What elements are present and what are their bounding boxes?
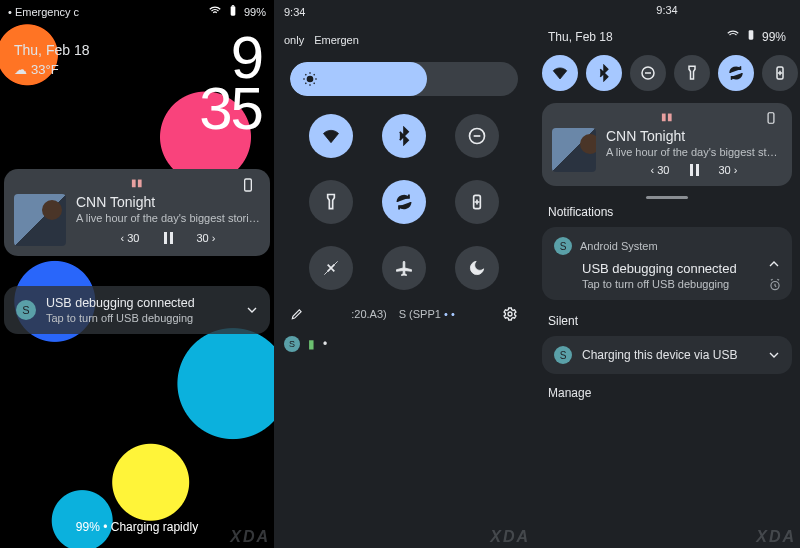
qs-footer: :20.A3) S (SPP1 • • <box>274 290 534 330</box>
build-b: S (SPP1 <box>399 308 441 320</box>
lock-weather: ☁ 33°F <box>14 62 90 77</box>
shade-date-row: Thu, Feb 18 99% <box>534 20 800 55</box>
svg-rect-10 <box>768 113 774 124</box>
media-title: CNN Tonight <box>606 128 782 144</box>
status-bar-compact: 9:34 <box>534 0 800 20</box>
qs-data[interactable] <box>309 246 353 290</box>
emergency-label: • Emergency c <box>8 6 79 18</box>
clock-small: 9:34 <box>656 4 677 16</box>
chevron-up-icon[interactable] <box>766 256 782 272</box>
edit-icon[interactable] <box>290 307 304 321</box>
media-subtitle: A live hour of the day's biggest stori… <box>606 146 782 158</box>
cast-target-icon[interactable] <box>764 111 778 125</box>
lockscreen-panel: • Emergency c 99% Thu, Feb 18 ☁ 33°F 9 3… <box>0 0 274 548</box>
media-title: CNN Tonight <box>76 194 260 210</box>
system-icon: S <box>554 237 572 255</box>
settings-icon[interactable] <box>502 306 518 322</box>
chevron-down-icon[interactable] <box>244 302 260 318</box>
qs-airplane[interactable] <box>382 246 426 290</box>
forward-button[interactable]: 30 › <box>197 232 216 244</box>
system-icon: S <box>16 300 36 320</box>
qs-rotate[interactable] <box>718 55 754 91</box>
carrier-trunc: only <box>284 34 304 46</box>
qs-flashlight[interactable] <box>674 55 710 91</box>
qs-row <box>534 55 800 103</box>
svg-point-6 <box>508 312 512 316</box>
usb-notification-expanded[interactable]: S Android System USB debugging connected… <box>542 227 792 300</box>
lock-clock: 9 35 <box>199 32 262 134</box>
watermark: XDA <box>230 528 270 546</box>
status-bar: • Emergency c 99% <box>0 0 274 24</box>
media-thumbnail <box>14 194 66 246</box>
rewind-button[interactable]: ‹ 30 <box>651 164 670 176</box>
system-icon: S <box>284 336 300 352</box>
battery-pct: 99% <box>762 30 786 44</box>
shade-compact-panel: 9:34 Thu, Feb 18 99% ▮▮ <box>534 0 800 548</box>
media-source-icon: ▮▮ <box>661 111 673 122</box>
quick-settings-expanded-panel: 9:34 only Emergen <box>274 0 534 548</box>
svg-rect-7 <box>749 30 754 39</box>
battery-icon <box>226 4 240 20</box>
qs-battery-saver[interactable] <box>762 55 798 91</box>
qs-bluetooth[interactable] <box>586 55 622 91</box>
media-source-icon: ▮▮ <box>131 177 143 188</box>
qs-wifi[interactable] <box>542 55 578 91</box>
dot: • <box>323 337 327 351</box>
qs-night[interactable] <box>455 246 499 290</box>
svg-rect-1 <box>232 5 234 6</box>
usb-notification[interactable]: S USB debugging connected Tap to turn of… <box>4 286 270 334</box>
brightness-icon <box>302 71 318 87</box>
lock-date: Thu, Feb 18 <box>14 42 90 58</box>
notifications-label: Notifications <box>534 199 800 227</box>
pause-button[interactable] <box>164 232 173 244</box>
media-card[interactable]: ▮▮ CNN Tonight A live hour of the day's … <box>4 169 270 256</box>
wifi-icon <box>726 28 740 45</box>
cloud-icon: ☁ <box>14 62 27 77</box>
watermark: XDA <box>756 528 796 546</box>
mini-status-bar: 9:34 <box>274 0 534 20</box>
qs-bluetooth[interactable] <box>382 114 426 158</box>
svg-rect-2 <box>245 179 252 191</box>
system-icon: S <box>554 346 572 364</box>
svg-point-3 <box>307 76 312 81</box>
media-thumbnail <box>552 128 596 172</box>
rewind-button[interactable]: ‹ 30 <box>121 232 140 244</box>
pause-button[interactable] <box>690 164 699 176</box>
qs-dnd[interactable] <box>630 55 666 91</box>
battery-mini-icon: ▮ <box>308 337 315 351</box>
chevron-down-icon[interactable] <box>766 347 782 363</box>
emergency-trunc: Emergen <box>314 34 359 46</box>
manage-button[interactable]: Manage <box>534 382 800 404</box>
build-a: :20.A3) <box>351 308 386 320</box>
qs-wifi[interactable] <box>309 114 353 158</box>
qs-battery-saver[interactable] <box>455 180 499 224</box>
battery-pct: 99% <box>244 6 266 18</box>
media-subtitle: A live hour of the day's biggest stori… <box>76 212 260 224</box>
notif-app: Android System <box>580 240 658 252</box>
qs-dnd[interactable] <box>455 114 499 158</box>
silent-notification[interactable]: S Charging this device via USB <box>542 336 792 374</box>
brightness-slider[interactable] <box>290 62 518 96</box>
dock-row: S ▮ • <box>274 330 534 358</box>
forward-button[interactable]: 30 › <box>719 164 738 176</box>
battery-icon <box>744 28 758 45</box>
clock-area: Thu, Feb 18 ☁ 33°F 9 35 <box>0 32 268 134</box>
qs-grid <box>274 114 534 290</box>
svg-rect-0 <box>231 6 236 15</box>
shade-date: Thu, Feb 18 <box>548 30 613 44</box>
wifi-icon <box>208 4 222 20</box>
alarm-icon <box>768 278 782 292</box>
watermark: XDA <box>490 528 530 546</box>
silent-label: Silent <box>534 308 800 336</box>
silent-item-label: Charging this device via USB <box>582 348 737 362</box>
qs-flashlight[interactable] <box>309 180 353 224</box>
qs-rotate[interactable] <box>382 180 426 224</box>
media-card-compact[interactable]: ▮▮ CNN Tonight A live hour of the day's … <box>542 103 792 186</box>
cast-target-icon[interactable] <box>240 177 256 193</box>
clock-small: 9:34 <box>284 6 305 18</box>
